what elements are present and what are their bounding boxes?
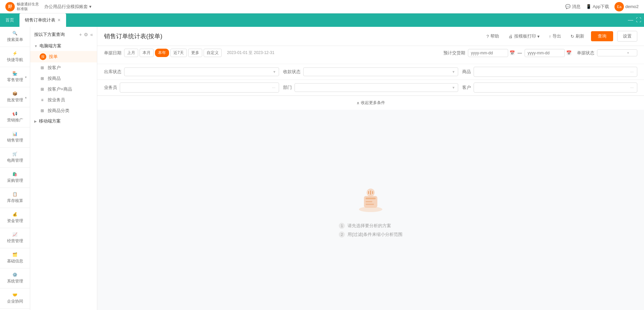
sidebar-item-system[interactable]: ⚙️ 系统管理 [0, 268, 30, 289]
customer-input[interactable]: ··· [474, 83, 637, 93]
tab-close-icon[interactable]: ✕ [57, 18, 61, 22]
help-button[interactable]: ? 帮助 [484, 32, 501, 41]
date-range-text: 2023-01-01 至 2023-12-31 [227, 50, 274, 56]
ecommerce-icon: 🛒 [12, 152, 17, 156]
chevron-down-icon: ▾ [627, 51, 629, 55]
scheme-group-mobile-title[interactable]: ▶ 移动端方案 [30, 116, 97, 126]
payment-status-select[interactable]: ▾ [303, 67, 458, 76]
department-select[interactable]: ▾ [294, 83, 458, 92]
retail-icon: 🏪 [12, 71, 17, 76]
collapse-button[interactable]: ∧ 收起更多条件 [355, 98, 387, 108]
chevron-down-icon: ▾ [452, 85, 454, 90]
scheme-item-by-customer[interactable]: ⊞ 按客户 [30, 62, 97, 73]
scheme-panel-header: 按以下方案查询 + ⚙ « [30, 30, 97, 40]
sales-icon: 📊 [12, 132, 17, 136]
date-from-field[interactable] [468, 49, 508, 57]
user-menu[interactable]: Ea demo2 [614, 2, 639, 11]
calendar-to-icon[interactable]: 📅 [566, 50, 572, 55]
payment-status-label: 收款状态 [283, 69, 301, 75]
sidebar-item-enterprise[interactable]: 🤝 企业协同 [0, 289, 30, 309]
by-order-icon: 按 [40, 53, 46, 60]
settings-button[interactable]: 设置 [617, 31, 637, 42]
department-label: 部门 [283, 85, 292, 91]
query-button[interactable]: 查询 [591, 31, 613, 41]
app-selector[interactable]: 办公用品行业模拟账套 ▾ [42, 4, 94, 10]
by-staff-icon: ≡ [40, 97, 45, 103]
sidebar-item-purchase[interactable]: 🛍️ 采购管理 [0, 168, 30, 188]
product-input[interactable]: ··· [474, 67, 637, 77]
step-1-text: 请先选择要分析的方案 [347, 223, 391, 229]
chevron-down-icon: ▾ [89, 4, 92, 9]
date-btn-custom[interactable]: 自定义 [204, 49, 222, 57]
scheme-tree: ▼ 电脑端方案 按 按单 ⊞ 按客户 ⊞ 按商品 [30, 40, 97, 127]
system-icon: ⚙️ [12, 272, 17, 277]
maximize-icon[interactable]: ⛶ [636, 17, 641, 23]
sidebar-item-wholesale[interactable]: 📦 批发管理 [0, 87, 30, 107]
date-btn-group: 上月 本月 本年 近7天 更多 自定义 [124, 49, 222, 57]
by-customer-icon: ⊞ [40, 65, 45, 70]
filter-section-2: 出库状态 ▾ 收款状态 ▾ 商品 [97, 64, 644, 80]
date-to-input: 📅 [525, 49, 572, 57]
date-btn-more[interactable]: 更多 [188, 49, 202, 57]
print-icon: 🖨 [508, 34, 513, 39]
export-button[interactable]: ↑ 导出 [546, 32, 564, 41]
settings-scheme-icon[interactable]: ⚙ [84, 32, 88, 37]
export-icon: ↑ [549, 34, 551, 39]
scheme-group-pc-title[interactable]: ▼ 电脑端方案 [30, 41, 97, 51]
staff-input[interactable]: ··· [120, 83, 279, 93]
sidebar-item-marketing[interactable]: 📢 营销推广 [0, 107, 30, 127]
sidebar-item-search[interactable]: 🔍 搜索菜单 [0, 27, 30, 47]
main-content: 销售订单统计表(按单) ? 帮助 🖨 按模板打印 ▾ ↑ [97, 27, 644, 310]
date-label: 单据日期 [104, 50, 121, 56]
sidebar-item-inventory[interactable]: 📋 库存核算 [0, 188, 30, 208]
empty-steps: 1 请先选择要分析的方案 2 用[过滤]条件来缩小分析范围 [339, 223, 402, 238]
date-btn-last-7[interactable]: 近7天 [170, 49, 187, 57]
sidebar-item-ecommerce[interactable]: 🛒 电商管理 [0, 148, 30, 168]
page-title: 销售订单统计表(按单) [104, 32, 162, 40]
add-scheme-icon[interactable]: + [79, 32, 82, 37]
scheme-item-by-product[interactable]: ⊞ 按商品 [30, 73, 97, 84]
chevron-down-icon: ▾ [452, 69, 454, 74]
date-separator: — [518, 50, 522, 55]
expand-icon: ▼ [34, 44, 38, 48]
collapse-label: 收起更多条件 [361, 100, 385, 106]
sidebar-item-operation[interactable]: 📈 经营管理 [0, 228, 30, 248]
empty-state: 1 请先选择要分析的方案 2 用[过滤]条件来缩小分析范围 [97, 110, 644, 310]
sidebar-item-newbie[interactable]: 🎓 新手引导 [0, 309, 30, 310]
sidebar-item-quick-nav[interactable]: ⚡ 快捷导航 [0, 47, 30, 67]
sidebar-item-finance[interactable]: 💰 资金管理 [0, 208, 30, 228]
avatar: Ea [614, 2, 624, 11]
date-btn-this-month[interactable]: 本月 [140, 49, 154, 57]
date-btn-this-year[interactable]: 本年 [155, 49, 169, 57]
chevron-down-icon: ▾ [273, 69, 275, 74]
refresh-button[interactable]: ↻ 刷新 [568, 32, 587, 41]
scheme-item-by-staff[interactable]: ≡ 按业务员 [30, 95, 97, 105]
filter-department: 部门 ▾ [283, 83, 458, 92]
scheme-group-pc: ▼ 电脑端方案 按 按单 ⊞ 按客户 ⊞ 按商品 [30, 41, 97, 116]
search-icon: 🔍 [12, 31, 17, 36]
sidebar-item-basic[interactable]: 🗂️ 基础信息 [0, 248, 30, 268]
filter-date-range-display: 2023-01-01 至 2023-12-31 [227, 50, 274, 56]
messages-button[interactable]: 💬 消息 [565, 4, 581, 10]
tab-home[interactable]: 首页 [0, 13, 19, 27]
tab-sales-order[interactable]: 销售订单统计表 ✕ [19, 13, 66, 27]
delivery-status-select[interactable]: ▾ [124, 67, 279, 76]
template-print-button[interactable]: 🖨 按模板打印 ▾ [506, 32, 542, 41]
scheme-item-by-order[interactable]: 按 按单 [30, 51, 97, 62]
date-btn-last-month[interactable]: 上月 [124, 49, 138, 57]
empty-step-2: 2 用[过滤]条件来缩小分析范围 [339, 231, 402, 238]
scheme-panel: 按以下方案查询 + ⚙ « ▼ 电脑端方案 按 按单 [30, 27, 97, 310]
app-download-button[interactable]: 📱 App下载 [586, 4, 609, 10]
collapse-scheme-icon[interactable]: « [90, 32, 93, 37]
scheme-item-by-cust-prod[interactable]: ⊞ 按客户+商品 [30, 84, 97, 95]
minimize-icon[interactable]: — [628, 17, 633, 23]
sidebar-item-sales[interactable]: 📊 销售管理 [0, 127, 30, 148]
more-icon: ··· [630, 85, 634, 90]
status-select[interactable]: ▾ [597, 49, 637, 56]
date-to-field[interactable] [525, 49, 565, 57]
sidebar-item-retail[interactable]: 🏪 零售管理 [0, 67, 30, 87]
calendar-from-icon[interactable]: 📅 [509, 50, 515, 55]
scheme-item-by-category[interactable]: ⊞ 按商品分类 [30, 105, 97, 116]
filter-status: 单据状态 ▾ [577, 49, 637, 56]
content-area: 按以下方案查询 + ⚙ « ▼ 电脑端方案 按 按单 [30, 27, 644, 310]
